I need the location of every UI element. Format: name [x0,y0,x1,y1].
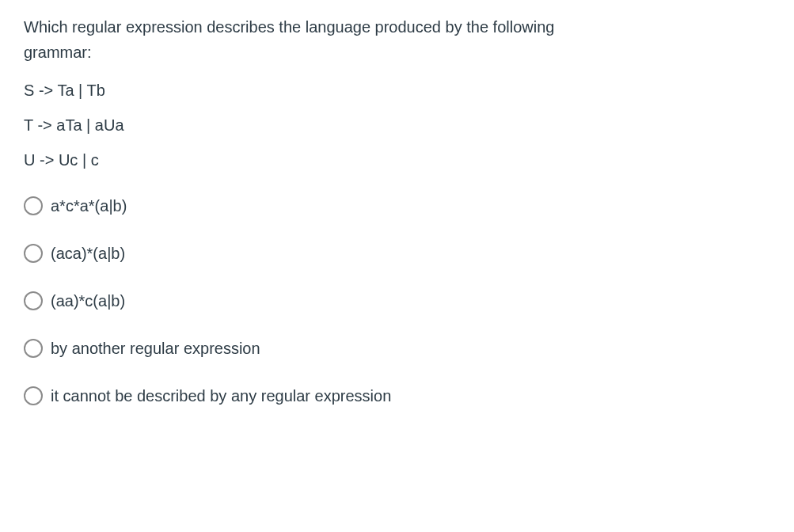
radio-icon[interactable] [24,339,43,358]
option-2-label: (aca)*(a|b) [51,242,125,264]
grammar-rules: S -> Ta | Tb T -> aTa | aUa U -> Uc | c [24,79,770,171]
radio-icon[interactable] [24,291,43,310]
question-line-1: Which regular expression describes the l… [24,16,770,38]
option-4-label: by another regular expression [51,337,260,359]
option-3-label: (aa)*c(a|b) [51,290,125,312]
option-1-label: a*c*a*(a|b) [51,195,127,217]
option-5[interactable]: it cannot be described by any regular ex… [24,385,770,407]
grammar-rule-t: T -> aTa | aUa [24,114,770,136]
radio-icon[interactable] [24,386,43,405]
option-4[interactable]: by another regular expression [24,337,770,359]
question-prompt: Which regular expression describes the l… [24,16,770,63]
grammar-rule-u: U -> Uc | c [24,149,770,171]
radio-icon[interactable] [24,244,43,263]
grammar-rule-s: S -> Ta | Tb [24,79,770,101]
option-3[interactable]: (aa)*c(a|b) [24,290,770,312]
options-list: a*c*a*(a|b) (aca)*(a|b) (aa)*c(a|b) by a… [24,195,770,407]
question-line-2: grammar: [24,41,770,63]
option-5-label: it cannot be described by any regular ex… [51,385,391,407]
radio-icon[interactable] [24,196,43,215]
option-2[interactable]: (aca)*(a|b) [24,242,770,264]
option-1[interactable]: a*c*a*(a|b) [24,195,770,217]
